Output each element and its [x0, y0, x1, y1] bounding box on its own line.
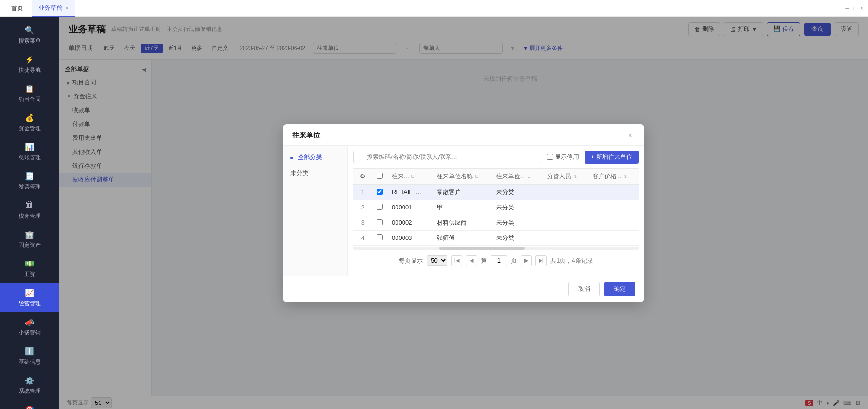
row-check[interactable]	[372, 184, 387, 200]
sidebar-label-project: 项目合同	[19, 95, 41, 103]
guide-icon: 🎯	[25, 404, 35, 409]
tab-close-icon[interactable]: ×	[65, 5, 68, 11]
tab-draft[interactable]: 业务草稿 ×	[32, 0, 75, 17]
row-code: RETAIL_...	[387, 184, 432, 200]
finance-icon: 💰	[25, 113, 35, 123]
horizontal-scrollbar[interactable]	[353, 246, 639, 251]
close-window-icon[interactable]: ×	[860, 5, 863, 12]
project-icon: 📋	[25, 83, 35, 94]
row-name: 零散客户	[432, 184, 491, 200]
page-first-button[interactable]: |◀	[451, 255, 462, 266]
sidebar-item-project[interactable]: 📋 项目合同	[0, 79, 59, 108]
sidebar-item-basic[interactable]: ℹ️ 基础信息	[0, 341, 59, 371]
tab-home[interactable]: 首页	[5, 0, 30, 17]
table-row[interactable]: 4 000003 张师傅 未分类	[353, 230, 639, 245]
dialog-overlay: 往来单位 × 全部分类 未分类	[59, 17, 868, 409]
top-bar-right: ─ □ ×	[845, 5, 863, 12]
dialog-header: 往来单位 ×	[283, 124, 644, 146]
sort-icon-price[interactable]: ⇅	[623, 174, 627, 179]
dialog-search-input[interactable]	[353, 151, 541, 163]
page-number-input[interactable]	[491, 255, 507, 266]
accounts-icon: 📊	[25, 142, 35, 152]
th-category: 往来单位... ⇅	[491, 168, 542, 184]
th-name-label: 往来单位名称	[437, 173, 473, 180]
sidebar-item-ops[interactable]: 📈 经营管理	[0, 283, 59, 312]
row-price-level	[588, 230, 639, 245]
page-last-button[interactable]: ▶|	[535, 255, 547, 266]
top-bar: 首页 业务草稿 × ─ □ ×	[0, 0, 868, 17]
row-checkbox[interactable]	[377, 234, 383, 240]
dialog-category-all-label: 全部分类	[298, 154, 322, 161]
row-category: 未分类	[491, 200, 542, 215]
minimize-icon[interactable]: ─	[845, 5, 849, 12]
row-check[interactable]	[372, 230, 387, 245]
sidebar-label-marketing: 小畅营销	[19, 329, 41, 337]
show-disabled-toggle[interactable]: 显示停用	[547, 153, 579, 161]
per-page-select[interactable]: 50	[427, 255, 447, 266]
dialog-uncategorized-label: 未分类	[290, 170, 308, 176]
sidebar-label-invoice: 发票管理	[19, 183, 41, 191]
sidebar-item-quicknav[interactable]: ⚡ 快捷导航	[0, 50, 59, 79]
sidebar-label-quicknav: 快捷导航	[19, 66, 41, 74]
sidebar-label-ops: 经营管理	[19, 300, 41, 308]
page-prev-button[interactable]: ◀	[466, 255, 477, 266]
row-checkbox[interactable]	[377, 204, 383, 210]
sidebar-label-accounts: 总账管理	[19, 154, 41, 162]
dialog-category-all[interactable]: 全部分类	[283, 150, 347, 165]
sidebar-label-basic: 基础信息	[19, 358, 41, 366]
dialog-category-uncategorized[interactable]: 未分类	[283, 165, 347, 181]
scroll-thumb[interactable]	[439, 247, 525, 250]
add-partner-button[interactable]: + 新增往来单位	[585, 151, 639, 164]
row-check[interactable]	[372, 200, 387, 215]
partner-table: ⚙ 往来... ⇅	[353, 168, 639, 246]
dialog-table: ⚙ 往来... ⇅	[353, 168, 639, 246]
table-row[interactable]: 2 000001 甲 未分类	[353, 200, 639, 215]
row-check[interactable]	[372, 215, 387, 230]
dialog-search-row: 🔍 显示停用 + 新增往来单位	[353, 151, 639, 164]
th-salesman-label: 分管人员	[547, 173, 571, 180]
main-layout: 🔍 搜索菜单 ⚡ 快捷导航 📋 项目合同 💰 资金管理 📊 总账管理 🧾 发票管…	[0, 17, 868, 409]
dialog-close-button[interactable]: ×	[625, 131, 635, 141]
select-all-checkbox[interactable]	[377, 173, 383, 179]
sort-icon-salesman[interactable]: ⇅	[573, 174, 577, 179]
dialog-left-panel: 全部分类 未分类	[283, 146, 348, 276]
confirm-button[interactable]: 确定	[604, 282, 635, 296]
sidebar: 🔍 搜索菜单 ⚡ 快捷导航 📋 项目合同 💰 资金管理 📊 总账管理 🧾 发票管…	[0, 17, 59, 409]
sidebar-item-marketing[interactable]: 📣 小畅营销	[0, 312, 59, 341]
dialog-right-panel: 🔍 显示停用 + 新增往来单位	[348, 146, 644, 276]
row-checkbox[interactable]	[377, 189, 383, 195]
row-num: 1	[353, 184, 372, 200]
sidebar-item-search[interactable]: 🔍 搜索菜单	[0, 20, 59, 50]
th-code: 往来... ⇅	[387, 168, 432, 184]
sort-icon-category[interactable]: ⇅	[527, 174, 530, 179]
page-next-button[interactable]: ▶	[521, 255, 532, 266]
blue-dot-icon	[290, 157, 293, 159]
sidebar-label-finance: 资金管理	[19, 125, 41, 132]
sort-icon-code[interactable]: ⇅	[410, 174, 414, 179]
page-label: 第	[481, 257, 487, 265]
row-code: 000001	[387, 200, 432, 215]
table-row[interactable]: 1 RETAIL_... 零散客户 未分类	[353, 184, 639, 200]
th-price-level-label: 客户价格...	[592, 173, 622, 180]
sort-icon-name[interactable]: ⇅	[474, 174, 478, 179]
sidebar-item-invoice[interactable]: 🧾 发票管理	[0, 166, 59, 195]
dialog-title: 往来单位	[292, 131, 320, 140]
sidebar-item-salary[interactable]: 💵 工资	[0, 254, 59, 283]
sidebar-item-accounts[interactable]: 📊 总账管理	[0, 137, 59, 166]
th-code-label: 往来...	[392, 173, 409, 180]
row-checkbox[interactable]	[377, 219, 383, 225]
sidebar-item-system[interactable]: ⚙️ 系统管理	[0, 371, 59, 400]
maximize-icon[interactable]: □	[853, 5, 856, 12]
th-settings[interactable]: ⚙	[353, 168, 372, 184]
show-disabled-checkbox[interactable]	[547, 154, 553, 160]
sidebar-item-tax[interactable]: 🏛 税务管理	[0, 195, 59, 225]
ops-icon: 📈	[25, 288, 35, 298]
table-row[interactable]: 3 000002 材料供应商 未分类	[353, 215, 639, 230]
sidebar-item-guide[interactable]: 🎯 新手引导	[0, 400, 59, 409]
salary-icon: 💵	[25, 258, 35, 269]
row-code: 000003	[387, 230, 432, 245]
sidebar-item-assets[interactable]: 🏢 固定资产	[0, 225, 59, 254]
cancel-button[interactable]: 取消	[568, 282, 600, 296]
th-price-level: 客户价格... ⇅	[588, 168, 639, 184]
sidebar-item-finance[interactable]: 💰 资金管理	[0, 108, 59, 137]
